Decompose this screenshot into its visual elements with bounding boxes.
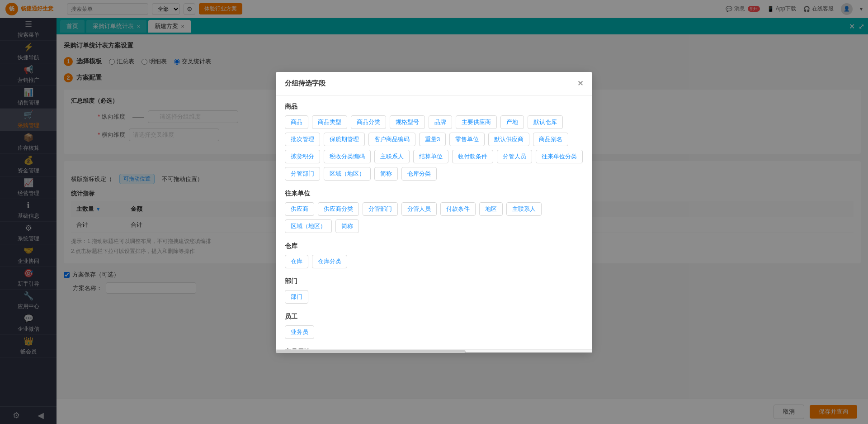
field-tag[interactable]: 结算单位 xyxy=(413,150,448,163)
field-tag[interactable]: 付款条件 xyxy=(440,202,476,216)
field-tag[interactable]: 分管部门 xyxy=(285,167,320,181)
field-tags-往来单位: 供应商供应商分类分管部门分管人员付款条件地区主联系人区域（地区）简称 xyxy=(285,202,583,233)
field-tag[interactable]: 商品分类 xyxy=(351,115,386,129)
field-tag[interactable]: 仓库分类 xyxy=(401,167,437,181)
field-tag[interactable]: 商品 xyxy=(285,115,308,129)
field-tag[interactable]: 分管人员 xyxy=(401,202,437,216)
field-tag[interactable]: 地区 xyxy=(479,202,503,216)
field-category-商品: 商品商品商品类型商品分类规格型号品牌主要供应商产地默认仓库批次管理保质期管理客户… xyxy=(285,103,583,181)
field-category-title: 部门 xyxy=(285,277,583,286)
field-category-title: 往来单位 xyxy=(285,190,583,198)
modal-close-icon[interactable]: ✕ xyxy=(577,79,583,88)
modal-title: 分组待选字段 xyxy=(285,79,326,88)
field-tag[interactable]: 区域（地区） xyxy=(285,219,332,233)
field-tag[interactable]: 拣货积分 xyxy=(285,150,320,163)
field-tag[interactable]: 默认供应商 xyxy=(488,133,529,146)
modal-header: 分组待选字段 ✕ xyxy=(276,72,592,95)
field-tag[interactable]: 仓库分类 xyxy=(312,255,347,268)
field-category-title: 员工 xyxy=(285,313,583,321)
field-category-仓库: 仓库仓库仓库分类 xyxy=(285,242,583,268)
field-tag[interactable]: 保质期管理 xyxy=(324,133,365,146)
modal-scroll-x-thumb xyxy=(276,350,466,353)
field-tag[interactable]: 收付款条件 xyxy=(452,150,493,163)
field-tags-商品: 商品商品类型商品分类规格型号品牌主要供应商产地默认仓库批次管理保质期管理客户商品… xyxy=(285,115,583,181)
field-category-往来单位: 往来单位供应商供应商分类分管部门分管人员付款条件地区主联系人区域（地区）简称 xyxy=(285,190,583,233)
field-tag[interactable]: 商品类型 xyxy=(312,115,347,129)
field-tag[interactable]: 商品别名 xyxy=(533,133,568,146)
field-tags-仓库: 仓库仓库分类 xyxy=(285,255,583,268)
field-tag[interactable]: 简称 xyxy=(374,167,398,181)
field-tag[interactable]: 分管部门 xyxy=(363,202,398,216)
field-tag[interactable]: 默认仓库 xyxy=(528,115,563,129)
field-tag[interactable]: 仓库 xyxy=(285,255,308,268)
field-select-modal: 分组待选字段 ✕ 商品商品商品类型商品分类规格型号品牌主要供应商产地默认仓库批次… xyxy=(276,72,592,353)
field-tag[interactable]: 供应商分类 xyxy=(318,202,359,216)
field-tag[interactable]: 规格型号 xyxy=(390,115,425,129)
field-tag[interactable]: 产地 xyxy=(500,115,524,129)
field-tag[interactable]: 简称 xyxy=(335,219,359,233)
modal-body: 商品商品商品类型商品分类规格型号品牌主要供应商产地默认仓库批次管理保质期管理客户… xyxy=(276,95,592,349)
field-tag[interactable]: 批次管理 xyxy=(285,133,320,146)
field-tag[interactable]: 重量3 xyxy=(419,133,446,146)
field-tag[interactable]: 主联系人 xyxy=(374,150,410,163)
field-tag[interactable]: 主联系人 xyxy=(506,202,542,216)
field-category-title: 仓库 xyxy=(285,242,583,250)
field-tag[interactable]: 区域（地区） xyxy=(324,167,371,181)
field-tag[interactable]: 主要供应商 xyxy=(456,115,497,129)
field-tag[interactable]: 供应商 xyxy=(285,202,314,216)
field-tag[interactable]: 税收分类编码 xyxy=(324,150,371,163)
field-category-员工: 员工业务员 xyxy=(285,313,583,339)
field-tag[interactable]: 业务员 xyxy=(285,325,314,339)
field-tag[interactable]: 品牌 xyxy=(429,115,452,129)
field-category-部门: 部门部门 xyxy=(285,277,583,304)
modal-scroll-x[interactable] xyxy=(276,349,592,353)
field-tag[interactable]: 部门 xyxy=(285,290,308,304)
field-tag[interactable]: 往来单位分类 xyxy=(536,150,583,163)
field-tag[interactable]: 分管人员 xyxy=(497,150,532,163)
field-tag[interactable]: 客户商品编码 xyxy=(368,133,415,146)
field-tags-部门: 部门 xyxy=(285,290,583,304)
modal-overlay: 分组待选字段 ✕ 商品商品商品类型商品分类规格型号品牌主要供应商产地默认仓库批次… xyxy=(0,0,868,424)
field-tag[interactable]: 零售单位 xyxy=(449,133,485,146)
field-tags-员工: 业务员 xyxy=(285,325,583,339)
field-category-title: 商品 xyxy=(285,103,583,111)
